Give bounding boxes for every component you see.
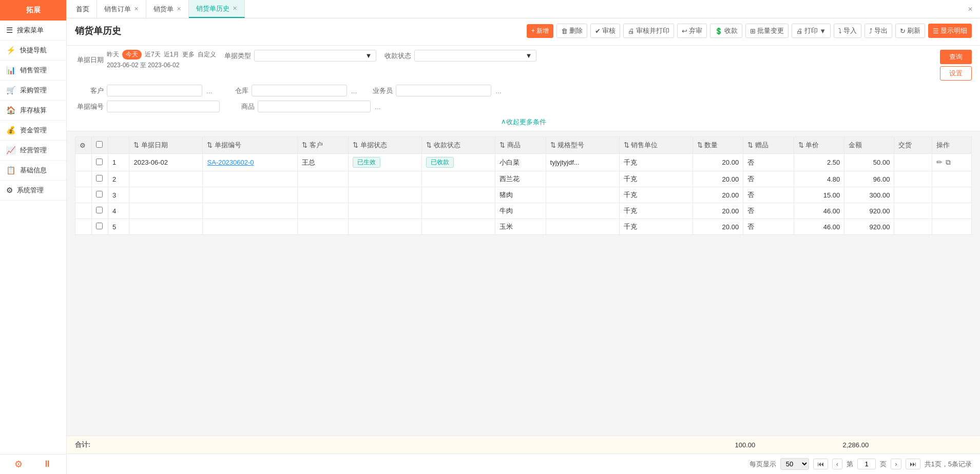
edit-icon[interactable]: ✏ — [936, 158, 943, 167]
table-price-header[interactable]: ⇅ 单价 — [794, 137, 844, 154]
sidebar-item-label: 系统管理 — [17, 186, 44, 195]
sidebar-item-finance[interactable]: 💰 资金管理 — [0, 121, 66, 141]
row-checkbox-input[interactable] — [96, 191, 103, 198]
shortcut-today[interactable]: 今天 — [122, 50, 142, 60]
batch-change-button[interactable]: ⊞ 批量变更 — [745, 24, 789, 38]
summary-label: 合计: — [75, 440, 90, 449]
row-checkbox-input[interactable] — [96, 207, 103, 213]
row-no: 2 — [108, 171, 129, 187]
page-first-button[interactable]: ⏮ — [813, 459, 828, 469]
agent-ellipsis-button[interactable]: ... — [494, 87, 503, 95]
new-button[interactable]: + 新增 — [527, 24, 553, 38]
print-button[interactable]: 🖨 打印 ▼ — [792, 24, 831, 38]
page-of-label: 页 — [880, 460, 887, 469]
customer-ellipsis-button[interactable]: ... — [205, 87, 214, 95]
sidebar-item-search-menu[interactable]: ☰ 搜索菜单 — [0, 21, 66, 41]
tab-sales-delivery-close-icon[interactable]: ✕ — [177, 6, 181, 12]
row-checkbox[interactable] — [92, 187, 108, 203]
row-checkbox-input[interactable] — [96, 175, 103, 182]
table-spec-header[interactable]: ⇅ 规格型号 — [546, 137, 619, 154]
tab-sales-order[interactable]: 销售订单 ✕ — [97, 0, 146, 18]
collect-button[interactable]: 💲 收款 — [710, 24, 742, 38]
customer-input[interactable] — [107, 85, 202, 96]
abandon-icon: ↩ — [682, 27, 687, 35]
table-unit-header[interactable]: ⇅ 销售单位 — [619, 137, 693, 154]
row-checkbox[interactable] — [92, 154, 108, 171]
table-gift-header[interactable]: ⇅ 赠品 — [743, 137, 794, 154]
abandon-button[interactable]: ↩ 弃审 — [677, 24, 707, 38]
sidebar-item-sales-mgmt[interactable]: 📊 销售管理 — [0, 61, 66, 81]
per-page-select[interactable]: 50 100 — [780, 458, 809, 470]
delete-button[interactable]: 🗑 删除 — [556, 24, 587, 38]
total-info: 共1页，5条记录 — [925, 460, 972, 469]
sidebar-item-operations[interactable]: 📈 经营管理 — [0, 141, 66, 161]
sidebar-settings-icon[interactable]: ⚙ — [14, 459, 23, 470]
row-checkbox-input[interactable] — [96, 223, 103, 229]
table-docno-header[interactable]: ⇅ 单据编号 — [203, 137, 298, 154]
page-prev-button[interactable]: ‹ — [832, 459, 842, 469]
row-gift: 否 — [743, 187, 794, 203]
filter-group-customer: 客户 ... — [75, 85, 214, 96]
sidebar-item-inventory[interactable]: 🏠 库存核算 — [0, 101, 66, 121]
display-icon: ☰ — [933, 27, 939, 35]
row-checkbox[interactable] — [92, 203, 108, 219]
filter-group-date: 单据日期 昨天 今天 近7天 近1月 更多 自定义 2023-06-02 至 2… — [75, 50, 216, 70]
table-settings-header[interactable]: ⚙ — [75, 137, 92, 154]
shortcut-7days[interactable]: 近7天 — [145, 50, 161, 59]
display-detail-button[interactable]: ☰ 显示明细 — [928, 24, 972, 38]
table-collectstatus-header[interactable]: ⇅ 收款状态 — [421, 137, 495, 154]
collect-status-select[interactable]: ▼ — [414, 50, 536, 62]
table-customer-header[interactable]: ⇅ 客户 — [298, 137, 349, 154]
row-docno — [203, 187, 298, 203]
shortcut-more[interactable]: 更多 — [182, 50, 195, 59]
sidebar-collapse-icon[interactable]: ⏸ — [43, 459, 52, 470]
warehouse-ellipsis-button[interactable]: ... — [350, 87, 358, 95]
goods-input[interactable] — [258, 101, 371, 112]
shortcut-yesterday[interactable]: 昨天 — [107, 50, 119, 59]
table-goods-header[interactable]: ⇅ 商品 — [495, 137, 546, 154]
warehouse-input[interactable] — [252, 85, 347, 96]
set-button[interactable]: 设置 — [940, 66, 972, 81]
table-checkbox-header[interactable] — [92, 137, 108, 154]
page-next-button[interactable]: › — [891, 459, 901, 469]
doc-no-input[interactable] — [107, 101, 220, 112]
refresh-button[interactable]: ↻ 刷新 — [895, 24, 925, 38]
doc-type-select[interactable]: ▼ — [254, 50, 376, 62]
export-button[interactable]: ⤴ 导出 — [864, 24, 892, 38]
sidebar-item-quick-nav[interactable]: ⚡ 快捷导航 — [0, 41, 66, 61]
audit-print-button[interactable]: 🖨 审核并打印 — [623, 24, 674, 38]
sidebar-item-base-info[interactable]: 📋 基础信息 — [0, 161, 66, 181]
tab-sales-history-close-icon[interactable]: ✕ — [233, 5, 237, 12]
filter-group-agent: 业务员 ... — [364, 85, 503, 96]
tab-sales-history[interactable]: 销货单历史 ✕ — [189, 0, 245, 18]
row-checkbox[interactable] — [92, 219, 108, 235]
page-content: 销货单历史 + 新增 🗑 删除 ✔ 审核 🖨 审核并打印 — [67, 18, 980, 474]
sidebar-item-label: 采购管理 — [20, 86, 47, 95]
tab-sales-delivery[interactable]: 销货单 ✕ — [146, 0, 189, 18]
copy-icon[interactable]: ⧉ — [946, 158, 951, 167]
table-docdate-header[interactable]: ⇅ 单据日期 — [129, 137, 203, 154]
sidebar-item-purchase-mgmt[interactable]: 🛒 采购管理 — [0, 81, 66, 101]
audit-button[interactable]: ✔ 审核 — [590, 24, 620, 38]
shortcut-1month[interactable]: 近1月 — [164, 50, 180, 59]
sidebar-item-system-mgmt[interactable]: ⚙ 系统管理 — [0, 181, 66, 201]
table-qty-header[interactable]: ⇅ 数量 — [693, 137, 743, 154]
filter-collapse-button[interactable]: ∧ 收起更多条件 — [75, 116, 972, 129]
query-button[interactable]: 查询 — [940, 50, 972, 64]
table-docstatus-header[interactable]: ⇅ 单据状态 — [348, 137, 421, 154]
tab-close-all-button[interactable]: ✕ — [963, 6, 978, 13]
tab-sales-order-close-icon[interactable]: ✕ — [134, 6, 139, 12]
shortcut-custom[interactable]: 自定义 — [198, 50, 216, 59]
row-goods: 西兰花 — [495, 171, 546, 187]
row-checkbox[interactable] — [92, 171, 108, 187]
page-last-button[interactable]: ⏭ — [906, 459, 920, 469]
summary-cells: 100.00 2,286.00 — [94, 441, 972, 449]
goods-ellipsis-button[interactable]: ... — [374, 103, 382, 111]
doc-no-link[interactable]: SA-20230602-0 — [207, 159, 254, 166]
row-checkbox-input[interactable] — [96, 159, 103, 165]
import-button[interactable]: ⤵ 导入 — [834, 24, 861, 38]
agent-input[interactable] — [396, 85, 491, 96]
select-all-checkbox[interactable] — [96, 141, 103, 148]
page-number-input[interactable]: 1 — [857, 459, 876, 469]
tab-home[interactable]: 首页 — [69, 0, 97, 18]
